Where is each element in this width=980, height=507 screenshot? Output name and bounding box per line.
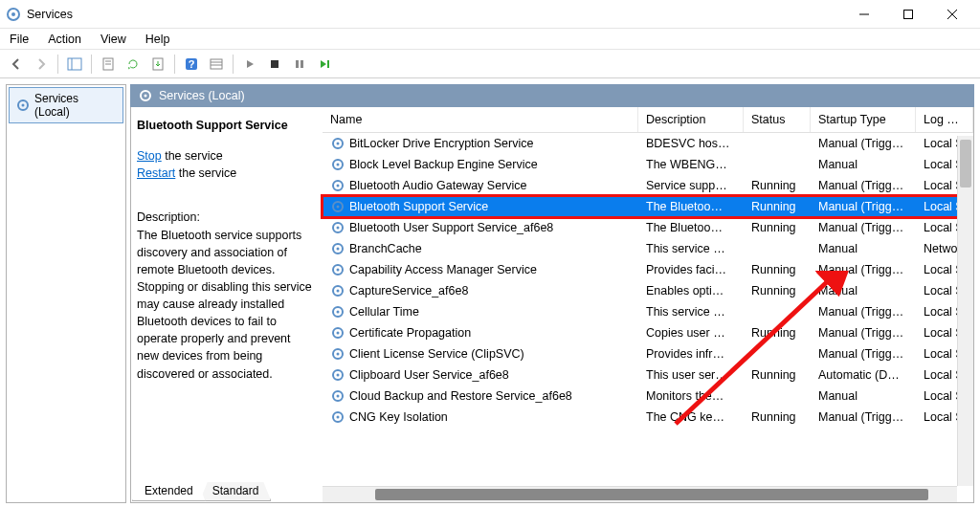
service-row[interactable]: Bluetooth Support ServiceThe Bluetoo…Run… (323, 196, 973, 217)
svg-point-21 (145, 95, 147, 98)
service-row[interactable]: Block Level Backup Engine ServiceThe WBE… (323, 154, 973, 175)
service-row[interactable]: Cloud Backup and Restore Service_af6e8Mo… (323, 386, 973, 407)
service-icon (330, 178, 345, 193)
services-icon (15, 98, 31, 113)
service-description: The CNG ke… (638, 408, 744, 426)
service-status (744, 310, 811, 314)
export-button[interactable] (147, 54, 168, 75)
window-title: Services (27, 8, 842, 21)
svg-point-43 (337, 353, 340, 356)
restart-service-button[interactable] (314, 54, 335, 75)
service-row[interactable]: Client License Service (ClipSVC)Provides… (323, 343, 973, 364)
service-row[interactable]: Bluetooth Audio Gateway ServiceService s… (323, 175, 973, 196)
svg-text:?: ? (189, 58, 195, 70)
service-row[interactable]: Capability Access Manager ServiceProvide… (323, 259, 973, 280)
stop-service-button[interactable] (264, 54, 285, 75)
column-startup-type[interactable]: Startup Type (811, 107, 916, 132)
forward-button[interactable] (31, 54, 52, 75)
back-button[interactable] (6, 54, 27, 75)
service-description: The Bluetoo… (638, 219, 744, 236)
service-status: Running (744, 177, 811, 194)
show-hide-tree-button[interactable] (64, 54, 85, 75)
column-name[interactable]: Name (323, 107, 638, 132)
menu-file[interactable]: File (6, 31, 33, 48)
navigation-tree[interactable]: Services (Local) (6, 84, 126, 503)
maximize-button[interactable] (886, 0, 930, 29)
tab-standard[interactable]: Standard (200, 482, 272, 501)
svg-point-37 (337, 290, 340, 293)
service-description: This user ser… (638, 366, 744, 384)
service-name: BranchCache (349, 242, 422, 255)
svg-point-39 (337, 311, 340, 314)
minimize-button[interactable] (842, 0, 886, 29)
service-status: Running (744, 366, 811, 384)
service-startup-type: Manual (Trigg… (811, 135, 916, 152)
service-row[interactable]: Certificate PropagationCopies user …Runn… (323, 322, 973, 343)
service-status (744, 394, 811, 398)
restart-service-link[interactable]: Restart (137, 166, 175, 180)
service-icon (330, 388, 345, 404)
stop-service-link[interactable]: Stop (137, 149, 162, 163)
service-description: Provides faci… (638, 261, 744, 278)
column-headers: Name Description Status Startup Type Log… (323, 107, 973, 133)
service-status: Running (744, 324, 811, 342)
column-status[interactable]: Status (744, 107, 811, 132)
service-startup-type: Automatic (D… (811, 366, 916, 384)
list-view-button[interactable] (206, 54, 227, 75)
service-row[interactable]: BitLocker Drive Encryption ServiceBDESVC… (323, 133, 973, 154)
service-name: Capability Access Manager Service (349, 263, 537, 276)
menu-view[interactable]: View (97, 31, 130, 48)
service-icon (330, 283, 345, 298)
service-status: Running (744, 261, 811, 278)
services-icon (6, 7, 21, 22)
service-row[interactable]: CaptureService_af6e8Enables opti…Running… (323, 280, 973, 301)
service-row[interactable]: Bluetooth User Support Service_af6e8The … (323, 217, 973, 238)
service-status (744, 163, 811, 166)
service-icon (330, 241, 345, 256)
tab-extended[interactable]: Extended (132, 482, 206, 501)
svg-point-19 (22, 104, 25, 107)
services-list[interactable]: Name Description Status Startup Type Log… (323, 107, 973, 502)
stop-suffix: the service (162, 149, 223, 163)
menu-help[interactable]: Help (142, 31, 174, 48)
restart-suffix: the service (175, 166, 236, 180)
svg-point-25 (337, 164, 340, 166)
column-log-on-as[interactable]: Log On A (916, 107, 973, 132)
refresh-button[interactable] (122, 54, 144, 75)
svg-rect-3 (68, 58, 81, 70)
pause-service-button[interactable] (289, 54, 310, 75)
svg-point-27 (337, 185, 340, 187)
detail-pane: Bluetooth Support Service Stop the servi… (131, 107, 323, 502)
svg-point-31 (337, 227, 340, 230)
service-row[interactable]: CNG Key IsolationThe CNG ke…RunningManua… (323, 407, 973, 428)
menu-action[interactable]: Action (44, 31, 85, 48)
tree-node-label: Services (Local) (34, 92, 117, 119)
properties-button[interactable] (98, 54, 119, 75)
vertical-scrollbar[interactable] (957, 136, 973, 486)
service-name: CaptureService_af6e8 (349, 284, 468, 298)
service-status (744, 352, 811, 356)
service-name: CNG Key Isolation (349, 410, 448, 424)
help-button[interactable]: ? (181, 54, 202, 75)
service-name: Bluetooth User Support Service_af6e8 (349, 221, 553, 234)
column-description[interactable]: Description (638, 107, 744, 132)
service-name: Client License Service (ClipSVC) (349, 347, 524, 361)
svg-rect-15 (296, 60, 299, 68)
svg-rect-17 (327, 60, 329, 68)
close-button[interactable] (930, 0, 974, 29)
service-row[interactable]: Clipboard User Service_af6e8This user se… (323, 364, 973, 386)
start-service-button[interactable] (239, 54, 260, 75)
service-icon (330, 262, 345, 277)
service-row[interactable]: Cellular TimeThis service …Manual (Trigg… (323, 301, 973, 322)
service-row[interactable]: BranchCacheThis service …ManualNetwork (323, 238, 973, 259)
service-name: Cellular Time (349, 305, 419, 319)
tree-node-services-local[interactable]: Services (Local) (9, 87, 123, 123)
horizontal-scrollbar[interactable] (323, 486, 957, 502)
services-icon (138, 88, 153, 103)
service-startup-type: Manual (811, 156, 916, 173)
svg-point-23 (337, 143, 340, 145)
service-description: The Bluetoo… (638, 198, 744, 215)
svg-point-35 (337, 269, 340, 272)
service-startup-type: Manual (811, 240, 916, 257)
service-status (744, 247, 811, 251)
